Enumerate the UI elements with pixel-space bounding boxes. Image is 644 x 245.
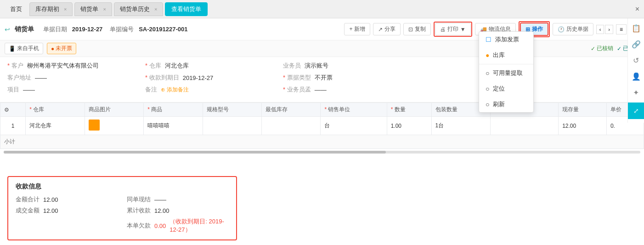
inventory-tab-close[interactable]: ×: [64, 6, 67, 12]
subtotal-row: 小计: [0, 135, 644, 149]
available-icon: ○: [486, 69, 489, 77]
transaction-row: 成交金额 12.00: [16, 206, 118, 215]
refresh-item[interactable]: ○ 刷新: [479, 97, 533, 112]
share-button[interactable]: ↗ 分享: [373, 23, 401, 35]
new-button[interactable]: + 新增: [344, 23, 370, 35]
sidebar-icon-3[interactable]: ↺: [631, 54, 641, 67]
number-label-text: 单据编号: [110, 26, 134, 33]
scroll-indicator[interactable]: [4, 151, 640, 154]
address-label: 客户地址: [7, 74, 31, 82]
sidebar-icon-1[interactable]: 📋: [630, 22, 643, 34]
balance-value: 0.00: [154, 222, 166, 229]
sidebar-icon-2[interactable]: 🔗: [630, 38, 643, 51]
col-current-stock: 现存量: [559, 103, 607, 117]
toolbar: ↩ 销货单 单据日期 2019-12-27 单据编号 SA-20191227-0…: [0, 18, 644, 40]
main-close-button[interactable]: ×: [635, 5, 639, 13]
secondary-toolbar: 📱 来自手机 ● 未开票 ✓ 已核销 ✓ 已生效: [0, 40, 644, 57]
row-available: [490, 117, 558, 135]
customer-label: 客户: [7, 62, 23, 70]
same-order-value: ——: [154, 196, 166, 203]
balance-label: 本单欠款: [127, 222, 151, 230]
warehouse-label: 仓库: [145, 62, 161, 70]
warehouse-value: 河北仓库: [165, 62, 189, 70]
confirmed-status: ✓ 已核销: [591, 45, 613, 52]
staff2-value: ——: [315, 86, 327, 93]
tab-sales-order[interactable]: 销货单 ×: [74, 2, 112, 16]
payment-grid: 金额合计 12.00 同单现结 —— 成交金额 12.00 累计收款 12.00: [16, 195, 229, 234]
locate-icon: ○: [486, 85, 489, 92]
tab-sales-history[interactable]: 销货单历史 ×: [114, 2, 163, 16]
prev-button[interactable]: ‹: [596, 25, 604, 34]
balance-row: 本单欠款 0.00 （收款到期日: 2019-12-27）: [127, 217, 229, 234]
sidebar-icon-4[interactable]: 👤: [630, 70, 643, 83]
staff-label: 业务员: [283, 62, 301, 70]
scroll-thumb: [4, 151, 386, 154]
number-label: 单据编号 SA-20191227-001: [110, 25, 187, 34]
from-phone-button[interactable]: 📱 来自手机: [5, 43, 43, 54]
col-sales-unit: * 销售单位: [321, 103, 387, 117]
outbound-item[interactable]: ● 出库: [479, 47, 533, 63]
effective-icon: ✓: [617, 46, 621, 52]
staff-field: 业务员 演示账号: [283, 62, 412, 70]
refresh-label: 刷新: [493, 100, 505, 108]
date-label: 单据日期 2019-12-27: [43, 25, 102, 34]
col-product: * 商品: [144, 103, 203, 117]
not-opened-icon: ●: [51, 46, 54, 52]
next-button[interactable]: ›: [605, 25, 613, 34]
row-warehouse: 河北仓库: [26, 117, 85, 135]
tab-view-sales[interactable]: 查看销货单: [165, 2, 208, 16]
form-row-2: 客户地址 —— 收款到期日 2019-12-27 票据类型 不开票: [7, 74, 637, 82]
row-quantity: 1.00: [387, 117, 431, 135]
sales-history-tab-close[interactable]: ×: [154, 6, 157, 12]
col-quantity: * 数量: [387, 103, 431, 117]
row-sales-unit: 台: [321, 117, 387, 135]
expand-button[interactable]: ⤢: [628, 103, 644, 119]
project-field: 项目 ——: [7, 85, 136, 94]
main-area: ↩ 销货单 单据日期 2019-12-27 单据编号 SA-20191227-0…: [0, 18, 644, 245]
confirmed-label: 已核销: [597, 45, 613, 52]
available-item[interactable]: ○ 可用量提取: [479, 65, 533, 81]
payment-section: 收款信息 金额合计 12.00 同单现结 —— 成交金额 12.00 累计收款 …: [7, 176, 237, 240]
row-spec: [203, 117, 261, 135]
phone-icon: 📱: [9, 46, 16, 52]
due-date-label: 收款到期日: [145, 74, 179, 82]
share-icon: ↗: [378, 26, 383, 33]
locate-item[interactable]: ○ 定位: [479, 81, 533, 97]
address-field: 客户地址 ——: [7, 74, 136, 82]
customer-value: 柳州粤港平安气体有限公司: [27, 62, 99, 70]
sales-history-tab-label: 销货单历史: [120, 5, 150, 13]
not-opened-label: 未开票: [56, 45, 72, 52]
from-phone-label: 来自手机: [17, 45, 39, 52]
sidebar-icon-5[interactable]: ✦: [631, 86, 641, 99]
number-value: SA-20191227-001: [139, 26, 187, 33]
doc-title: 销货单: [15, 25, 34, 34]
copy-button[interactable]: ⊡ 复制: [403, 23, 431, 35]
total-value: 12.00: [43, 196, 58, 203]
col-min-stock: 最低库存: [262, 103, 321, 117]
copy-label: 复制: [415, 25, 426, 33]
date-label-text: 单据日期: [43, 26, 67, 33]
sales-order-tab-label: 销货单: [80, 5, 98, 13]
doc-meta: 单据日期 2019-12-27 单据编号 SA-20191227-001: [43, 25, 187, 34]
history-button[interactable]: 🕐 历史单据: [553, 23, 593, 35]
row-product-img: [85, 117, 143, 135]
tab-inventory-init[interactable]: 库存期初 ×: [29, 2, 73, 16]
due-date-field: 收款到期日 2019-12-27: [145, 74, 274, 82]
staff2-field: 业务员孟 ——: [283, 85, 412, 94]
product-image: [89, 120, 100, 131]
tab-home[interactable]: 首页: [5, 2, 28, 16]
total-label: 金额合计: [16, 195, 40, 204]
operation-dropdown: ☐ 添加发票 ● 出库 ○ 可用量提取 ○ 定位 ○ 刷新: [479, 31, 534, 113]
list-view-button[interactable]: ≡: [616, 24, 627, 34]
share-label: 分享: [384, 25, 395, 33]
add-invoice-item[interactable]: ☐ 添加发票: [479, 32, 533, 47]
same-order-label: 同单现结: [127, 195, 151, 204]
total-row: 金额合计 12.00: [16, 195, 118, 204]
settings-icon: ⚙: [4, 107, 9, 113]
sales-order-tab-close[interactable]: ×: [103, 6, 106, 12]
note-label: 备注: [145, 85, 157, 94]
invoice-icon: ☐: [486, 36, 491, 43]
add-note-button[interactable]: ⊕ 添加备注: [161, 86, 189, 94]
row-current-stock: 12.00: [559, 117, 607, 135]
print-button[interactable]: 🖨 打印 ▼: [435, 23, 471, 35]
